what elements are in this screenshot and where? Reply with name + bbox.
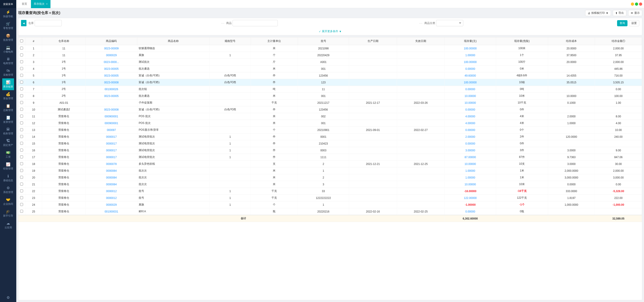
row-checkbox-12[interactable] bbox=[20, 128, 23, 131]
cell-qty-main[interactable]: 1.00000 bbox=[445, 52, 496, 59]
cell-code[interactable]: 0000084 bbox=[86, 168, 137, 174]
export-btn[interactable]: ⬆ 导出 bbox=[613, 10, 626, 16]
cell-code[interactable]: 000900001 bbox=[86, 113, 137, 120]
row-checkbox-13[interactable] bbox=[20, 135, 23, 138]
sidebar-item-10[interactable]: 🏛税务管理 bbox=[2, 125, 14, 137]
cell-qty-main[interactable]: -16.00000 bbox=[445, 188, 496, 195]
cell-code[interactable]: 0023-00009 bbox=[86, 45, 137, 52]
cell-code[interactable]: 0000017 bbox=[86, 147, 137, 154]
sidebar-item-12[interactable]: 💵工资 bbox=[2, 149, 14, 161]
window-maximize[interactable] bbox=[635, 3, 638, 6]
row-checkbox-19[interactable] bbox=[20, 176, 23, 179]
cell-qty-main[interactable]: 4.00000 bbox=[445, 120, 496, 127]
cell-qty-main[interactable]: 0.00000 bbox=[445, 127, 496, 133]
sidebar-item-14[interactable]: ℹ基础信息 bbox=[2, 172, 14, 184]
cell-code[interactable]: 0023-00005 bbox=[86, 93, 137, 99]
sidebar-item-6[interactable]: 📊库存核算 bbox=[2, 78, 14, 90]
setup-btn[interactable]: 设置 bbox=[629, 20, 639, 26]
cell-code[interactable]: 0023-0000... bbox=[86, 59, 137, 65]
cell-qty-main[interactable]: 10.00000 bbox=[445, 161, 496, 168]
sidebar-item-2[interactable]: 📦批发管理 bbox=[2, 32, 14, 44]
row-checkbox-11[interactable] bbox=[20, 121, 23, 124]
sidebar-logo[interactable]: 搜索菜单 bbox=[0, 0, 16, 8]
cell-code[interactable]: 000900001 bbox=[86, 120, 137, 127]
sidebar-item-15[interactable]: ⚙系统管理 bbox=[2, 184, 14, 196]
row-checkbox-7[interactable] bbox=[20, 94, 23, 97]
tab-close-icon[interactable]: ✕ bbox=[46, 3, 48, 5]
sidebar-item-1[interactable]: 🛒零售管理 bbox=[2, 20, 14, 32]
cell-qty-main[interactable]: 100.00000 bbox=[445, 45, 496, 52]
row-checkbox-16[interactable] bbox=[20, 156, 23, 158]
row-checkbox-3[interactable] bbox=[20, 67, 23, 70]
sidebar-item-5[interactable]: 🛍采购管理 bbox=[2, 67, 14, 78]
sidebar-item-7[interactable]: 💰资金管理 bbox=[2, 90, 14, 102]
cell-code[interactable]: 0000078 bbox=[86, 161, 137, 168]
scroll-left-btn[interactable]: ◀ bbox=[21, 20, 26, 26]
cell-qty-main[interactable]: 4.00000 bbox=[445, 113, 496, 120]
window-close[interactable] bbox=[639, 3, 642, 6]
display-btn[interactable]: 👁 显示 bbox=[628, 10, 642, 16]
cell-code[interactable]: 0023-00005 bbox=[86, 72, 137, 79]
cell-code[interactable] bbox=[86, 99, 137, 106]
cell-qty-main[interactable]: 0.00000 bbox=[445, 140, 496, 147]
cell-code[interactable]: 0000017 bbox=[86, 140, 137, 147]
row-checkbox-24[interactable] bbox=[20, 210, 23, 213]
sidebar-item-11[interactable]: 🏗固定资产 bbox=[2, 137, 14, 149]
cell-qty-main[interactable]: 0.00000 bbox=[445, 86, 496, 93]
cell-code[interactable]: 0000084 bbox=[86, 181, 137, 188]
sidebar-item-18[interactable]: ☁云应用 bbox=[2, 219, 14, 231]
sidebar-item-16[interactable]: 🤝企业协同 bbox=[2, 196, 14, 208]
cell-qty-main[interactable]: 100.00000 bbox=[445, 79, 496, 86]
select-all-checkbox[interactable] bbox=[20, 39, 23, 42]
cell-code[interactable]: 0000029 bbox=[86, 201, 137, 208]
row-checkbox-15[interactable] bbox=[20, 149, 23, 152]
row-checkbox-20[interactable] bbox=[20, 183, 23, 186]
sidebar-item-4[interactable]: 🖥电商管理 bbox=[2, 55, 14, 67]
sidebar-item-9[interactable]: 🧾发票管理 bbox=[2, 114, 14, 125]
cell-code[interactable]: 001000026 bbox=[86, 86, 137, 93]
cell-code[interactable]: 001000031 bbox=[86, 208, 137, 215]
row-checkbox-1[interactable] bbox=[20, 54, 23, 56]
row-checkbox-2[interactable] bbox=[20, 60, 23, 63]
row-checkbox-22[interactable] bbox=[20, 196, 23, 199]
cell-qty-main[interactable]: 0.00000 bbox=[445, 65, 496, 72]
cell-qty-main[interactable]: 3.00000 bbox=[445, 147, 496, 154]
category-select[interactable] bbox=[436, 20, 463, 26]
cell-code[interactable]: 0000029 bbox=[86, 52, 137, 59]
cell-code[interactable]: 0000012 bbox=[86, 195, 137, 201]
cell-qty-main[interactable]: 122.00000 bbox=[445, 195, 496, 201]
cell-qty-main[interactable]: 2.00000 bbox=[445, 133, 496, 140]
row-checkbox-4[interactable] bbox=[20, 74, 23, 77]
cell-qty-main[interactable]: 10.00000 bbox=[445, 99, 496, 106]
row-checkbox-23[interactable] bbox=[20, 203, 23, 206]
cell-code[interactable]: 000097 bbox=[86, 127, 137, 133]
cell-qty-main[interactable]: 100.00000 bbox=[445, 59, 496, 65]
print-template-btn[interactable]: 🖨 按模板打印 ▼ bbox=[585, 10, 611, 16]
cell-qty-main[interactable]: -1.00000 bbox=[445, 201, 496, 208]
cell-code[interactable]: 0023-00008 bbox=[86, 106, 137, 113]
row-checkbox-9[interactable] bbox=[20, 108, 23, 111]
table-container[interactable]: # 仓库名称 商品编码 商品名称 规格型号 主计量单位 批号 生产日期 失效日期… bbox=[18, 37, 642, 300]
sidebar-item-8[interactable]: 📋总账管理 bbox=[2, 102, 14, 114]
cell-qty-main[interactable]: 87.00000 bbox=[445, 154, 496, 161]
row-checkbox-21[interactable] bbox=[20, 189, 23, 192]
cell-qty-main[interactable]: 1.00000 bbox=[445, 174, 496, 181]
goods-input[interactable] bbox=[232, 20, 278, 26]
row-checkbox-17[interactable] bbox=[20, 162, 23, 165]
cell-qty-main[interactable]: 0.00000 bbox=[445, 208, 496, 215]
expand-conditions-btn[interactable]: ✓ 展开更多条件 ▼ bbox=[319, 30, 342, 33]
cell-qty-main[interactable]: 10.00000 bbox=[445, 93, 496, 99]
sidebar-item-0[interactable]: ⚡快捷导航 bbox=[2, 8, 14, 20]
sidebar-item-17[interactable]: 🎓新手引导 bbox=[2, 208, 14, 219]
cell-qty-main[interactable]: 1.00000 bbox=[445, 168, 496, 174]
sidebar-item-13[interactable]: 📈经营管理 bbox=[2, 161, 14, 172]
cell-code[interactable]: 0000017 bbox=[86, 154, 137, 161]
row-checkbox-18[interactable] bbox=[20, 169, 23, 172]
row-checkbox-8[interactable] bbox=[20, 101, 23, 104]
cell-qty-main[interactable]: 0.00000 bbox=[445, 106, 496, 113]
cell-code[interactable]: 0000084 bbox=[86, 174, 137, 181]
row-checkbox-6[interactable] bbox=[20, 87, 23, 90]
cell-code[interactable]: 0000017 bbox=[86, 133, 137, 140]
row-checkbox-14[interactable] bbox=[20, 142, 23, 145]
settings-gear[interactable]: ⚙ bbox=[0, 293, 16, 302]
